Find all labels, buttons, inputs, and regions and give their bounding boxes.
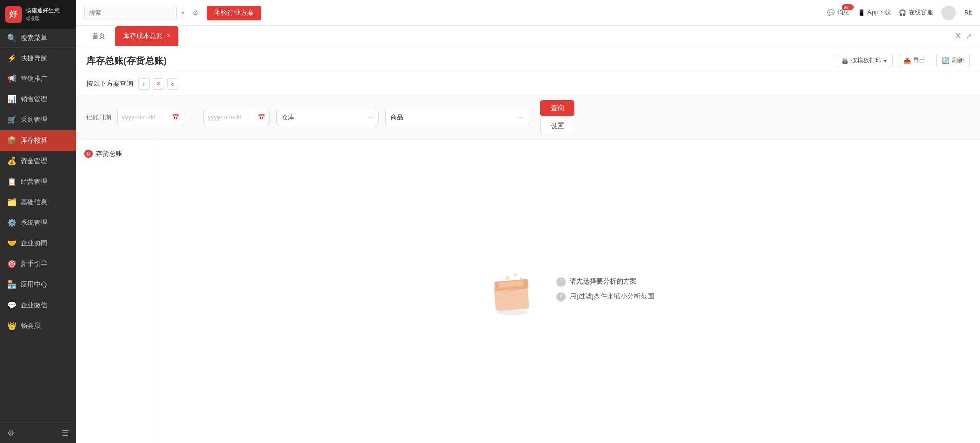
empty-illustration bbox=[484, 263, 541, 320]
sidebar-item-label: 畅会员 bbox=[21, 321, 41, 330]
refresh-button[interactable]: 🔄 刷新 bbox=[936, 54, 970, 67]
sidebar-item-purchase[interactable]: 🛒 采购管理 bbox=[0, 110, 76, 130]
export-button[interactable]: 📤 导出 bbox=[898, 54, 931, 67]
calendar-end-icon[interactable]: 📅 bbox=[258, 114, 265, 121]
scheme-item-goods-ledger[interactable]: 存 存货总账 bbox=[76, 145, 158, 163]
filter-add-button[interactable]: + bbox=[138, 78, 150, 90]
basic-icon: 🗂️ bbox=[7, 198, 16, 207]
setting-button[interactable]: 设置 bbox=[540, 118, 574, 134]
page-actions: 🖨️ 按模板打印 ▾ 📤 导出 🔄 刷新 bbox=[836, 54, 970, 67]
sidebar-item-enterprise[interactable]: 🤝 企业协同 bbox=[0, 233, 76, 254]
page-header: 库存总账(存货总账) 🖨️ 按模板打印 ▾ 📤 导出 🔄 刷新 bbox=[76, 46, 980, 73]
sidebar-item-guide[interactable]: 🎯 新手引导 bbox=[0, 254, 76, 274]
refresh-label: 刷新 bbox=[952, 56, 964, 65]
goods-more-icon[interactable]: ··· bbox=[517, 113, 523, 121]
sidebar-item-quicknav[interactable]: ⚡ 快捷导航 bbox=[0, 48, 76, 68]
sidebar-item-inventory[interactable]: 📦 库存核算 bbox=[0, 130, 76, 151]
calendar-start-icon[interactable]: 📅 bbox=[172, 114, 179, 121]
sidebar-item-label: 资金管理 bbox=[21, 156, 47, 166]
service-icon: 🎧 bbox=[899, 9, 906, 16]
template-print-button[interactable]: 🖨️ 按模板打印 ▾ bbox=[836, 54, 893, 67]
scheme-item-label: 存货总账 bbox=[96, 149, 122, 158]
operations-icon: 📋 bbox=[7, 177, 16, 186]
warehouse-more-icon[interactable]: ··· bbox=[367, 113, 373, 121]
sales-icon: 📊 bbox=[7, 95, 16, 104]
user-avatar bbox=[941, 6, 956, 20]
tab-inventory-ledger[interactable]: 库存成本总账 ✕ bbox=[115, 26, 178, 46]
warehouse-select[interactable]: 仓库 ··· bbox=[276, 110, 379, 125]
date-start-placeholder: yyyy-mm-dd bbox=[122, 114, 155, 121]
topbar-dropdown-arrow[interactable]: ▾ bbox=[181, 9, 184, 16]
sidebar-item-system[interactable]: ⚙️ 系统管理 bbox=[0, 212, 76, 233]
svg-point-8 bbox=[520, 277, 523, 280]
quicknav-icon: ⚡ bbox=[7, 54, 16, 63]
guide-icon: 🎯 bbox=[7, 259, 16, 269]
sidebar-item-appstore[interactable]: 🏪 应用中心 bbox=[0, 274, 76, 295]
finance-icon: 💰 bbox=[7, 156, 16, 166]
panel-expand-icon[interactable]: ⤢ bbox=[966, 32, 972, 40]
date-end-input[interactable]: yyyy-mm-dd 📅 bbox=[203, 110, 270, 125]
search-icon: 🔍 bbox=[7, 33, 16, 43]
date-end-placeholder: yyyy-mm-dd bbox=[208, 114, 241, 121]
sidebar-item-sales[interactable]: 📊 销售管理 bbox=[0, 89, 76, 110]
topbar-online-service[interactable]: 🎧 在线客服 bbox=[899, 8, 933, 17]
goods-label: 商品 bbox=[391, 113, 403, 122]
empty-svg bbox=[484, 263, 541, 320]
tab-panel-right: ✕ ⤢ bbox=[955, 31, 972, 41]
panel-close-button[interactable]: ✕ bbox=[955, 31, 961, 41]
step-2-num: 2 bbox=[556, 292, 566, 302]
filter-delete-button[interactable]: ✕ bbox=[153, 78, 164, 90]
sidebar-item-finance[interactable]: 💰 资金管理 bbox=[0, 151, 76, 171]
refresh-icon: 🔄 bbox=[942, 57, 950, 64]
sidebar-item-operations[interactable]: 📋 经营管理 bbox=[0, 171, 76, 192]
marketing-icon: 📢 bbox=[7, 74, 16, 83]
app-icon: 📱 bbox=[858, 9, 865, 16]
date-start-input[interactable]: yyyy-mm-dd 📅 bbox=[117, 110, 184, 125]
username-label[interactable]: Rit bbox=[964, 9, 972, 16]
svg-point-6 bbox=[505, 276, 510, 280]
sidebar-item-label: 系统管理 bbox=[21, 218, 47, 227]
scheme-panel: 存 存货总账 bbox=[76, 140, 158, 443]
tab-home[interactable]: 首页 bbox=[84, 26, 113, 46]
topbar-search-input[interactable] bbox=[84, 6, 177, 20]
tab-close-icon[interactable]: ✕ bbox=[166, 32, 171, 39]
print-dropdown-icon[interactable]: ▾ bbox=[884, 57, 887, 64]
trial-button[interactable]: 体验行业方案 bbox=[207, 6, 261, 20]
filter-row: 记账日期 yyyy-mm-dd 📅 — yyyy-mm-dd 📅 仓库 ··· … bbox=[76, 95, 980, 140]
sidebar-item-label: 企业微信 bbox=[21, 300, 47, 310]
sidebar-item-label: 营销推广 bbox=[21, 74, 47, 83]
appstore-icon: 🏪 bbox=[7, 280, 16, 289]
sidebar-item-label: 新手引导 bbox=[21, 259, 47, 269]
sidebar-search-label: 搜索菜单 bbox=[21, 33, 47, 43]
menu-footer-icon[interactable]: ☰ bbox=[62, 428, 69, 438]
topbar-gear-icon[interactable]: ⚙ bbox=[188, 6, 203, 20]
message-badge: 99+ bbox=[842, 4, 854, 10]
svg-point-7 bbox=[514, 273, 517, 276]
wechat-icon: 💬 bbox=[7, 300, 16, 310]
sidebar-item-member[interactable]: 👑 畅会员 bbox=[0, 315, 76, 336]
filter-scheme-label: 按以下方案查询 bbox=[86, 79, 133, 88]
warehouse-label: 仓库 bbox=[282, 113, 294, 122]
export-label: 导出 bbox=[913, 56, 925, 65]
inventory-icon: 📦 bbox=[7, 136, 16, 145]
step-2-text: 用[过滤]条件来缩小分析范围 bbox=[570, 292, 654, 301]
topbar: ▾ ⚙ 体验行业方案 💬 消息 99+ 📱 App下载 🎧 在线客服 Rit bbox=[76, 0, 980, 26]
print-icon: 🖨️ bbox=[841, 57, 849, 64]
sidebar-item-basic[interactable]: 🗂️ 基础信息 bbox=[0, 192, 76, 212]
sidebar-item-label: 经营管理 bbox=[21, 177, 47, 186]
goods-select[interactable]: 商品 ··· bbox=[385, 110, 529, 125]
system-icon: ⚙️ bbox=[7, 218, 16, 227]
date-field-label: 记账日期 bbox=[86, 113, 111, 122]
query-button[interactable]: 查询 bbox=[540, 100, 574, 116]
topbar-app-download[interactable]: 📱 App下载 bbox=[858, 8, 891, 17]
template-print-label: 按模板打印 bbox=[851, 56, 882, 65]
sidebar-search[interactable]: 🔍 搜索菜单 bbox=[0, 29, 76, 48]
topbar-messages[interactable]: 💬 消息 99+ bbox=[827, 8, 849, 17]
sidebar-item-marketing[interactable]: 📢 营销推广 bbox=[0, 68, 76, 89]
sidebar-item-label: 采购管理 bbox=[21, 115, 47, 125]
filter-collapse-button[interactable]: « bbox=[167, 78, 178, 90]
settings-footer-icon[interactable]: ⚙ bbox=[7, 428, 14, 438]
topbar-right: 💬 消息 99+ 📱 App下载 🎧 在线客服 Rit bbox=[827, 6, 972, 20]
sidebar-item-wechat[interactable]: 💬 企业微信 bbox=[0, 295, 76, 315]
tabs-bar: 首页 库存成本总账 ✕ ✕ ⤢ bbox=[76, 26, 980, 46]
